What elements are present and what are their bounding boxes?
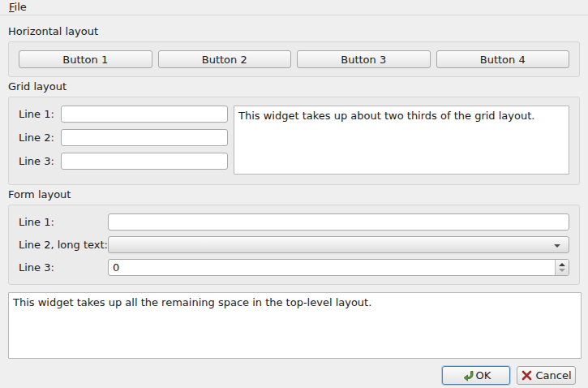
button-1[interactable]: Button 1 bbox=[19, 50, 152, 68]
horizontal-group-box: Button 1 Button 2 Button 3 Button 4 bbox=[8, 41, 580, 77]
grid-group-title: Grid layout bbox=[8, 80, 580, 93]
form-group-box: Line 1: Line 2, long text: Line 3: bbox=[8, 205, 580, 285]
grid-line2-label: Line 2: bbox=[19, 131, 55, 144]
chevron-down-icon bbox=[554, 244, 560, 248]
button-2[interactable]: Button 2 bbox=[158, 50, 292, 68]
form-line2-label: Line 2, long text: bbox=[19, 239, 103, 251]
grid-group-box: Line 1: Line 2: Line 3: This widget take… bbox=[8, 97, 580, 185]
spin-up-icon[interactable] bbox=[559, 263, 565, 266]
spinbox-value-input[interactable] bbox=[109, 260, 555, 275]
dialog-button-row: OK Cancel bbox=[8, 366, 580, 385]
grid-line3-input[interactable] bbox=[61, 153, 228, 170]
form-group-title: Form layout bbox=[8, 188, 580, 201]
spinbox-buttons[interactable] bbox=[555, 260, 569, 275]
form-line3-label: Line 3: bbox=[19, 261, 103, 274]
cancel-x-icon bbox=[521, 369, 533, 382]
central-widget: Horizontal layout Button 1 Button 2 Butt… bbox=[0, 15, 588, 385]
grid-line1-label: Line 1: bbox=[19, 108, 55, 120]
ok-enter-arrow-icon bbox=[461, 369, 474, 382]
horizontal-group-title: Horizontal layout bbox=[8, 25, 580, 38]
form-line3-spinbox[interactable] bbox=[108, 259, 569, 276]
menubar: File bbox=[0, 0, 588, 15]
form-line1-label: Line 1: bbox=[19, 216, 103, 228]
form-line1-input[interactable] bbox=[108, 213, 569, 231]
form-line2-combobox[interactable] bbox=[108, 236, 569, 253]
spin-down-icon[interactable] bbox=[559, 269, 565, 272]
grid-line2-input[interactable] bbox=[61, 129, 228, 146]
cancel-button-label: Cancel bbox=[535, 369, 571, 382]
menu-file[interactable]: File bbox=[3, 0, 32, 15]
grid-line1-input[interactable] bbox=[61, 106, 228, 123]
ok-button[interactable]: OK bbox=[442, 366, 510, 385]
cancel-button[interactable]: Cancel bbox=[517, 366, 576, 385]
grid-textedit[interactable]: This widget takes up about two thirds of… bbox=[234, 106, 569, 175]
menu-file-rest: ile bbox=[15, 1, 27, 13]
ok-button-label: OK bbox=[476, 369, 491, 382]
button-3[interactable]: Button 3 bbox=[297, 50, 431, 68]
grid-left-fields: Line 1: Line 2: Line 3: bbox=[19, 106, 228, 176]
horizontal-buttons-row: Button 1 Button 2 Button 3 Button 4 bbox=[19, 50, 569, 68]
grid-line3-label: Line 3: bbox=[19, 155, 55, 167]
button-4[interactable]: Button 4 bbox=[436, 50, 570, 68]
bottom-textedit[interactable]: This widget takes up all the remaining s… bbox=[8, 292, 582, 359]
